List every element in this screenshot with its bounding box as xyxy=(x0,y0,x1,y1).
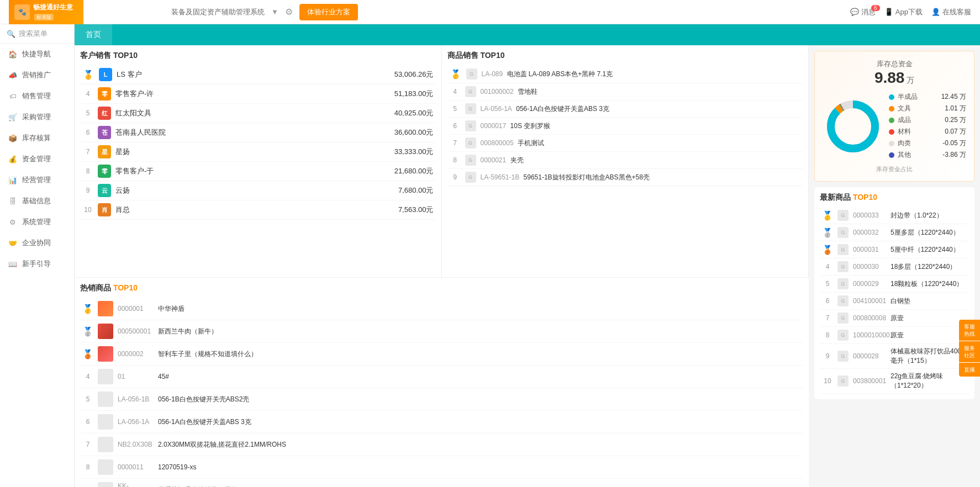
online-service-label: 在线客服 xyxy=(942,7,971,17)
list-item: 🥈 000500001 新西兰牛肉（新牛） xyxy=(80,320,803,343)
product-code: 000500001 xyxy=(118,327,154,335)
table-row: 6 苍 苍南县人民医院 36,600.00元 xyxy=(80,123,436,142)
avatar: 云 xyxy=(98,184,111,197)
rank-number: 8 xyxy=(82,167,93,175)
donut-chart xyxy=(823,96,883,158)
right-panel: 库存总资金 9.88 万 xyxy=(809,45,980,487)
dropdown-icon[interactable]: ▼ xyxy=(271,8,278,16)
table-row: 8 零 零售客户-于 21,680.00元 xyxy=(80,162,436,181)
product-code: KK-SD22110H xyxy=(118,482,154,487)
customer-name: 肖总 xyxy=(115,205,394,215)
product-code: 0000011 xyxy=(118,463,154,471)
inventory-icon: 📦 xyxy=(8,133,18,143)
logo-badge: 标准版 xyxy=(34,14,54,20)
inventory-total-unit: 万 xyxy=(907,76,914,84)
list-item: 10 G 003800001 22g鱼豆腐·烧烤味（1*12*20） xyxy=(820,369,969,394)
sidebar-item-quicknav[interactable]: 🏠 快捷导航 xyxy=(0,44,74,65)
goods-name: LA-59651-1B 59651-1B旋转投影灯电池盒ABS黑色+58壳 xyxy=(481,173,801,182)
sidebar-item-marketing[interactable]: 📣 营销推广 xyxy=(0,65,74,86)
sidebar-item-system[interactable]: ⚙ 系统管理 xyxy=(0,211,74,232)
list-item: 6 G 004100001 白钢垫 xyxy=(820,293,969,310)
table-row: 9 G LA-59651-1B 59651-1B旋转投影灯电池盒ABS黑色+58… xyxy=(447,169,803,186)
management-icon: 📊 xyxy=(8,175,18,185)
float-btn-live[interactable]: 直播 xyxy=(959,363,980,377)
sidebar-item-finance[interactable]: 💰 资金管理 xyxy=(0,149,74,170)
sidebar-item-cooperation[interactable]: 🤝 企业协同 xyxy=(0,232,74,253)
goods-thumb: G xyxy=(465,155,476,166)
customer-name: 零售客户-于 xyxy=(115,166,390,176)
sidebar-item-basicinfo[interactable]: 🗄 基础信息 xyxy=(0,190,74,211)
search-menu[interactable]: 🔍 搜索菜单 xyxy=(0,24,74,44)
customer-amount: 51,183.00元 xyxy=(394,89,434,99)
logo-text: 畅捷通好生意 标准版 xyxy=(33,3,73,21)
app-download-btn[interactable]: 📱 App下载 xyxy=(884,7,923,17)
svg-point-1 xyxy=(831,104,875,149)
sidebar-item-inventory[interactable]: 📦 库存核算 xyxy=(0,128,74,149)
product-name: 12070519-xs xyxy=(158,463,801,471)
customer-name: 红太阳文具 xyxy=(115,108,390,118)
product-name: 45# xyxy=(158,373,801,380)
table-row: 4 G 001000002 雪地鞋 xyxy=(447,83,803,100)
online-service-btn[interactable]: 👤 在线客服 xyxy=(931,7,971,17)
rank-number: 🥇 xyxy=(822,210,833,221)
float-btn-service[interactable]: 客服热线 xyxy=(959,320,980,341)
main-content: 客户销售 TOP10 🥇 L LS 客户 53,006.26元 4 零 零售客户… xyxy=(75,45,980,487)
list-item: 🥇 G 0000033 封边带（1.0*22） xyxy=(820,207,969,224)
rank-number: 7 xyxy=(82,441,93,448)
product-name: 原壹 xyxy=(891,314,967,323)
sidebar: 🐾 畅捷通好生意 标准版 🔍 搜索菜单 🏠 快捷导航 📣 营销推广 🏷 销售管理… xyxy=(0,0,75,487)
rank-number: 4 xyxy=(82,90,93,98)
search-icon: 🔍 xyxy=(7,30,15,38)
goods-thumb: G xyxy=(465,120,476,131)
rank-number: 5 xyxy=(82,395,93,403)
table-row: 10 肖 肖总 7,563.00元 xyxy=(80,200,436,220)
list-item: 🥉 0000002 智利车子里（规格不知道填什么） xyxy=(80,343,803,366)
goods-name: 0000021 夹壳 xyxy=(481,156,801,165)
list-item: 5 G 0000029 18颗粒板（1220*2440） xyxy=(820,276,969,293)
goods-thumb: G xyxy=(465,103,476,114)
sidebar-label-inventory: 库存核算 xyxy=(22,133,51,143)
customer-ranking-title: 客户销售 TOP10 xyxy=(80,51,436,61)
product-thumb: G xyxy=(837,313,849,324)
header: 🐾 畅捷通好生意 标准版 装备及固定资产辅助管理系统 ▼ ⚙ 体验行业方案 💬 … xyxy=(0,0,980,24)
experience-btn[interactable]: 体验行业方案 xyxy=(299,4,358,20)
tab-home[interactable]: 首页 xyxy=(75,24,112,45)
table-row: 4 零 零售客户-许 51,183.00元 xyxy=(80,84,436,104)
newest-products-card: 最新商品 TOP10 🥇 G 0000033 封边带（1.0*22） 🥈 G 0… xyxy=(814,187,974,399)
list-item: 🥇 0000001 中华神盾 xyxy=(80,298,803,320)
table-row: 🥇 G LA-089 电池盖 LA-089 ABS本色+黑种 7.1克 xyxy=(447,65,803,83)
sidebar-item-purchase[interactable]: 🛒 采购管理 xyxy=(0,107,74,128)
sidebar-item-sales[interactable]: 🏷 销售管理 xyxy=(0,86,74,107)
sidebar-label-management: 经营管理 xyxy=(22,175,51,185)
legend-dot xyxy=(889,129,894,135)
service-icon: 👤 xyxy=(931,8,940,16)
list-item: 8 0000011 12070519-xs xyxy=(80,456,803,479)
rank-number: 🥉 xyxy=(822,245,833,255)
goods-code: 0000017 xyxy=(481,122,507,130)
product-image xyxy=(98,459,113,475)
product-code: LA-056-1A xyxy=(118,418,154,426)
float-btn-community[interactable]: 服务社区 xyxy=(959,341,980,362)
sales-icon: 🏷 xyxy=(8,91,18,101)
product-name: 体械嘉枚味苏打饮品400毫升（1*15） xyxy=(891,347,967,366)
sidebar-label-cooperation: 企业协同 xyxy=(22,238,51,248)
sidebar-item-management[interactable]: 📊 经营管理 xyxy=(0,170,74,190)
product-code: 0000031 xyxy=(853,246,886,253)
messages-btn[interactable]: 💬 消息 6 xyxy=(850,7,876,17)
product-name: 2.0X30MM双搓花轴,搓花直径2.1MM/ROHS xyxy=(158,440,801,449)
legend-item: 半成品 12.45 万 xyxy=(889,92,966,102)
inventory-subtitle: 库存资金占比 xyxy=(823,165,966,173)
settings-icon[interactable]: ⚙ xyxy=(285,7,293,17)
product-image xyxy=(98,437,113,452)
goods-ranking-table: 🥇 G LA-089 电池盖 LA-089 ABS本色+黑种 7.1克 4 G … xyxy=(447,65,803,186)
sidebar-item-guide[interactable]: 📖 新手引导 xyxy=(0,253,74,274)
product-thumb: G xyxy=(837,330,849,341)
hot-products-panel: 热销商品 TOP10 🥇 0000001 中华神盾 🥈 000500001 新西… xyxy=(75,277,809,487)
customer-amount: 21,680.00元 xyxy=(394,166,434,176)
tab-home-label: 首页 xyxy=(86,30,101,40)
table-row: 5 红 红太阳文具 40,925.00元 xyxy=(80,104,436,123)
customer-amount: 7,680.00元 xyxy=(398,186,434,195)
product-image xyxy=(98,482,113,487)
product-code: 0000029 xyxy=(853,280,886,288)
rank-number: 9 xyxy=(450,173,461,181)
